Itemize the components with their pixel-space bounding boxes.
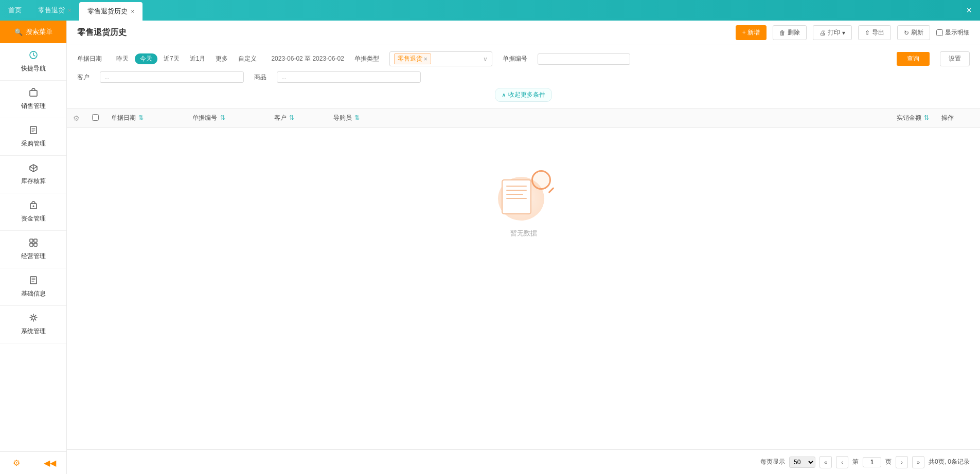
- date-btn-7days[interactable]: 近7天: [159, 53, 184, 64]
- export-button[interactable]: ⇧ 导出: [858, 25, 891, 40]
- tab-retail-return-history-close[interactable]: ×: [131, 8, 134, 14]
- sidebar-settings-button[interactable]: ⚙: [0, 452, 33, 474]
- page-size-label: 每页显示: [760, 458, 785, 466]
- date-btn-custom[interactable]: 自定义: [234, 53, 261, 64]
- th-action: 操作: [935, 108, 980, 128]
- tab-spacer: [142, 0, 958, 21]
- type-filter-select[interactable]: 零售退货 × ∨: [389, 51, 492, 66]
- sidebar-item-sales-mgmt-label: 销售管理: [21, 102, 46, 111]
- gear-icon[interactable]: ⚙: [73, 114, 80, 122]
- sidebar-search-button[interactable]: 🔍 搜索菜单: [0, 21, 66, 43]
- type-tag-remove[interactable]: ×: [424, 56, 427, 63]
- date-btn-more[interactable]: 更多: [211, 53, 232, 64]
- sidebar-item-inventory[interactable]: 库存核算: [0, 156, 66, 193]
- date-btn-yesterday[interactable]: 昨天: [112, 53, 133, 64]
- page-header: 零售退货历史 + 新增 🗑 删除 🖨 打印 ▾ ⇧ 导出 ↻ 刷新 显示明细: [67, 21, 980, 45]
- operations-icon: [29, 238, 38, 250]
- th-customer-label: 客户: [274, 114, 287, 121]
- date-btn-1month[interactable]: 近1月: [186, 53, 210, 64]
- date-btn-today[interactable]: 今天: [135, 53, 157, 64]
- table-body: 暂无数据: [67, 128, 980, 280]
- th-amount-label: 实销金额: [897, 114, 921, 121]
- svg-point-4: [32, 206, 34, 207]
- empty-magnify-glass: [531, 170, 551, 190]
- show-detail-checkbox[interactable]: [936, 29, 943, 36]
- sidebar-item-operations[interactable]: 经营管理: [0, 231, 66, 268]
- sort-number-icon[interactable]: ⇅: [220, 114, 225, 121]
- quick-nav-icon: [29, 50, 38, 62]
- sidebar-item-base-info-label: 基础信息: [21, 289, 46, 298]
- last-page-button[interactable]: »: [912, 456, 924, 468]
- goods-filter-select[interactable]: ...: [277, 71, 421, 83]
- svg-point-10: [32, 316, 35, 319]
- sort-amount-icon[interactable]: ⇅: [924, 114, 929, 121]
- pagination-summary: 共0页, 0条记录: [929, 458, 970, 466]
- first-page-button[interactable]: «: [819, 456, 832, 468]
- date-buttons: 昨天 今天 近7天 近1月 更多 自定义: [112, 53, 261, 64]
- delete-button[interactable]: 🗑 删除: [773, 25, 807, 40]
- th-checkbox: [86, 108, 105, 128]
- collapse-row: ∧ 收起更多条件: [77, 88, 970, 102]
- add-button[interactable]: + 新增: [736, 25, 767, 40]
- type-dropdown-icon: ∨: [483, 56, 488, 63]
- table-header-row: ⚙ 单据日期 ⇅ 单据编号 ⇅: [67, 108, 980, 128]
- sidebar-item-base-info[interactable]: 基础信息: [0, 268, 66, 306]
- query-button[interactable]: 查询: [897, 52, 930, 66]
- refresh-icon: ↻: [904, 29, 909, 37]
- goods-filter-label: 商品: [254, 73, 266, 82]
- inventory-icon: [29, 163, 38, 175]
- main-layout: 🔍 搜索菜单 快捷导航 销售管理 采购管理 库存核算: [0, 21, 980, 474]
- finance-icon: [29, 200, 38, 212]
- refresh-button[interactable]: ↻ 刷新: [897, 25, 930, 40]
- th-date: 单据日期 ⇅: [105, 108, 186, 128]
- svg-rect-7: [30, 243, 33, 246]
- sort-date-icon[interactable]: ⇅: [138, 114, 144, 121]
- prev-page-button[interactable]: ‹: [836, 456, 848, 468]
- sidebar-item-quick-nav[interactable]: 快捷导航: [0, 43, 66, 81]
- tab-home[interactable]: 首页: [0, 0, 30, 21]
- th-date-label: 单据日期: [111, 114, 136, 121]
- pagination: 每页显示 50 20 100 « ‹ 第 页 › » 共0页, 0条记录: [67, 449, 980, 474]
- filter-area: 单据日期 昨天 今天 近7天 近1月 更多 自定义 2023-06-02 至 2…: [67, 45, 980, 108]
- page-unit: 页: [885, 458, 892, 466]
- sort-customer-icon[interactable]: ⇅: [289, 114, 294, 121]
- sidebar-item-sales-mgmt[interactable]: 销售管理: [0, 81, 66, 118]
- th-guide: 导购员 ⇅: [327, 108, 398, 128]
- tab-retail-return-close[interactable]: ×: [68, 7, 71, 13]
- delete-icon: 🗑: [779, 29, 786, 37]
- goods-dots: ...: [281, 74, 287, 81]
- customer-filter-label: 客户: [77, 73, 90, 82]
- collapse-button[interactable]: ∧ 收起更多条件: [495, 88, 552, 102]
- print-button[interactable]: 🖨 打印 ▾: [813, 25, 852, 40]
- window-close-button[interactable]: ×: [958, 0, 980, 21]
- empty-text: 暂无数据: [510, 229, 537, 238]
- th-amount: 实销金额 ⇅: [854, 108, 935, 128]
- number-filter-input[interactable]: [538, 53, 630, 65]
- sidebar-item-inventory-label: 库存核算: [21, 177, 46, 186]
- filter-settings-button[interactable]: 设置: [940, 51, 970, 66]
- sidebar-item-purchase-mgmt[interactable]: 采购管理: [0, 118, 66, 156]
- show-detail-checkbox-label[interactable]: 显示明细: [936, 28, 970, 37]
- page-label: 第: [852, 458, 859, 466]
- tab-retail-return[interactable]: 零售退货 ×: [30, 0, 79, 21]
- customer-filter-select[interactable]: ...: [100, 71, 244, 83]
- th-gear: ⚙: [67, 108, 86, 128]
- select-all-checkbox[interactable]: [92, 114, 99, 121]
- tab-retail-return-history[interactable]: 零售退货历史 ×: [79, 2, 142, 21]
- top-tab-bar: 首页 零售退货 × 零售退货历史 × ×: [0, 0, 980, 21]
- next-page-button[interactable]: ›: [896, 456, 908, 468]
- sidebar-item-system-label: 系统管理: [21, 327, 46, 336]
- empty-doc-shape: [502, 179, 531, 214]
- empty-state: 暂无数据: [67, 128, 980, 279]
- sidebar-audio-button[interactable]: ◀◀: [33, 452, 67, 474]
- system-icon: [29, 313, 38, 325]
- svg-rect-6: [34, 239, 37, 242]
- sort-guide-icon[interactable]: ⇅: [354, 114, 360, 121]
- filter-row-2: 客户 ... 商品 ...: [77, 71, 970, 83]
- type-filter-label: 单据类型: [354, 54, 379, 63]
- page-size-select[interactable]: 50 20 100: [789, 457, 815, 468]
- sidebar-item-system[interactable]: 系统管理: [0, 306, 66, 343]
- page-input[interactable]: [863, 457, 881, 467]
- sidebar-item-purchase-mgmt-label: 采购管理: [21, 139, 46, 148]
- sidebar-item-finance[interactable]: 资金管理: [0, 193, 66, 231]
